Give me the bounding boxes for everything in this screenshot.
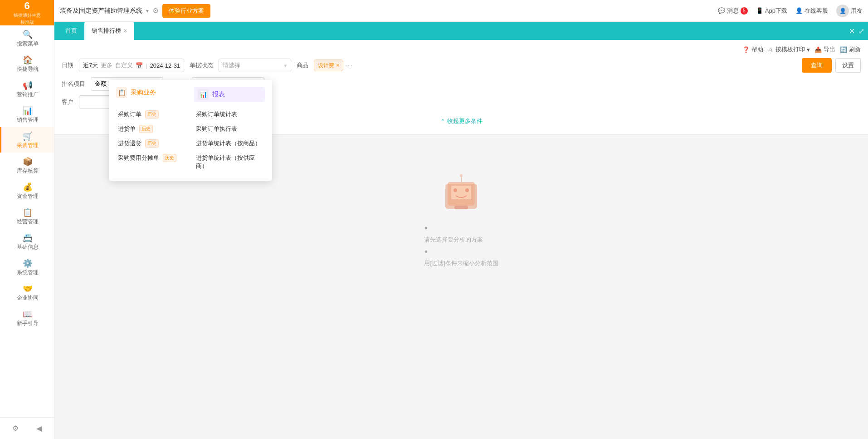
- print-btn[interactable]: 🖨 按模板打印 ▾: [768, 45, 810, 54]
- menu-item-purchase-order[interactable]: 采购订单 历史: [116, 107, 187, 122]
- voucher-status-select[interactable]: 请选择 ▾: [219, 59, 291, 72]
- menu-item-purchase-expense[interactable]: 采购费用分摊单 历史: [116, 151, 187, 165]
- help-btn[interactable]: ❓ 帮助: [742, 45, 763, 54]
- tab-close-icon[interactable]: ×: [124, 28, 127, 34]
- refresh-btn[interactable]: 🔄 刷新: [840, 45, 861, 54]
- industry-btn[interactable]: 体验行业方案: [162, 4, 210, 18]
- app-label: App下载: [765, 7, 787, 15]
- menu-item-order-exec[interactable]: 采购订单执行表: [194, 122, 265, 136]
- sidebar-item-operations[interactable]: 📋 经营管理: [0, 203, 54, 229]
- empty-svg: [434, 171, 488, 217]
- topbar-left: 装备及固定资产辅助管理系统 ▾ ⚙ 体验行业方案: [60, 4, 210, 18]
- date-range-input[interactable]: 近7天 更多 自定义 📅 | 2024-12-31: [79, 59, 184, 72]
- sidebar-item-marketing[interactable]: 📢 营销推广: [0, 76, 54, 102]
- sidebar-item-sales[interactable]: 📊 销售管理: [0, 102, 54, 127]
- app-download-btn[interactable]: 📱 App下载: [756, 7, 787, 15]
- goods-filter-area: 设计费 × ···: [314, 59, 353, 71]
- toolbar-row: ❓ 帮助 🖨 按模板打印 ▾ 📤 导出 🔄 刷新: [62, 45, 861, 54]
- sidebar-label-basicinfo: 基础信息: [17, 244, 39, 250]
- topbar-dropdown-arrow[interactable]: ▾: [146, 8, 149, 14]
- sidebar-item-quicknav[interactable]: 🏠 快捷导航: [0, 51, 54, 76]
- menu-item-purchase-return[interactable]: 进货退货 历史: [116, 136, 187, 151]
- rank-label: 排名项目: [62, 80, 85, 88]
- purchase-col-title: 采购业务: [131, 89, 156, 97]
- menu-item-order-stats[interactable]: 采购订单统计表: [194, 107, 265, 122]
- sidebar-item-search[interactable]: 🔍 搜索菜单: [0, 25, 54, 51]
- inbound-stats-goods-label: 进货单统计表（按商品）: [196, 139, 261, 148]
- date-separator: 更多: [101, 61, 112, 69]
- sidebar-item-finance[interactable]: 💰 资金管理: [0, 178, 54, 203]
- content-area: ❓ 帮助 🖨 按模板打印 ▾ 📤 导出 🔄 刷新: [54, 40, 868, 439]
- purchase-col: 📋 采购业务 采购订单 历史 进货单 历史 进货退货 历史: [116, 87, 187, 173]
- service-icon: 👤: [795, 7, 803, 14]
- sidebar-nav: 🔍 搜索菜单 🏠 快捷导航 📢 营销推广 📊 销售管理 🛒 采购管理 📦 库存核…: [0, 25, 54, 417]
- user-avatar: 👤: [836, 5, 849, 17]
- online-service-btn[interactable]: 👤 在线客服: [795, 7, 828, 15]
- order-exec-label: 采购订单执行表: [196, 125, 237, 133]
- sidebar-label-inventory: 库存核算: [17, 168, 39, 174]
- sidebar-item-system[interactable]: ⚙️ 系统管理: [0, 254, 54, 280]
- tab-home[interactable]: 首页: [58, 22, 84, 40]
- setting-btn[interactable]: 设置: [835, 58, 861, 73]
- logo-icon: 6: [24, 0, 29, 12]
- app-icon: 📱: [756, 7, 763, 14]
- finance-icon: 💰: [23, 182, 33, 192]
- date-divider: |: [146, 62, 147, 69]
- goods-more-dots[interactable]: ···: [345, 62, 353, 69]
- voucher-status-label: 单据状态: [190, 61, 213, 69]
- guide-icon: 📖: [23, 309, 33, 319]
- settings-footer-icon[interactable]: ⚙: [12, 424, 19, 433]
- export-btn[interactable]: 📤 导出: [814, 45, 835, 54]
- sidebar-label-quicknav: 快捷导航: [17, 66, 39, 72]
- menu-item-purchase-inbound[interactable]: 进货单 历史: [116, 122, 187, 136]
- sidebar-item-inventory[interactable]: 📦 库存核算: [0, 153, 54, 178]
- system-icon: ⚙️: [23, 258, 33, 268]
- menu-item-inbound-stats-goods[interactable]: 进货单统计表（按商品）: [194, 136, 265, 151]
- empty-hint-2: ● 用[过滤]条件来缩小分析范围: [424, 246, 498, 269]
- date-filter-label: 日期: [62, 61, 73, 69]
- sidebar-item-guide[interactable]: 📖 新手引导: [0, 305, 54, 330]
- tab-home-label: 首页: [65, 27, 77, 35]
- collapse-arrow-icon: ⌃: [440, 118, 445, 125]
- tab-restore-icon[interactable]: ✕: [849, 27, 855, 35]
- query-actions: 查询 设置: [802, 58, 861, 73]
- empty-text: ● 请先选择要分析的方案 ● 用[过滤]条件来缩小分析范围: [424, 222, 498, 269]
- tab-sales-ranking[interactable]: 销售排行榜 ×: [84, 22, 134, 40]
- date-end: 2024-12-31: [150, 62, 180, 69]
- empty-hint-1: ● 请先选择要分析的方案: [424, 222, 498, 246]
- menu-item-inbound-stats-supplier[interactable]: 进货单统计表（按供应商）: [194, 151, 265, 173]
- help-label: 帮助: [751, 45, 763, 54]
- voucher-status-arrow: ▾: [284, 62, 287, 69]
- sidebar-label-purchase: 采购管理: [17, 142, 39, 148]
- help-icon: ❓: [742, 46, 750, 53]
- sidebar-item-basicinfo[interactable]: 📇 基础信息: [0, 229, 54, 254]
- customer-label: 客户: [62, 98, 73, 106]
- purchase-col-icon: 📋: [116, 87, 127, 98]
- goods-tag: 设计费 ×: [314, 59, 343, 71]
- home-icon: 🏠: [23, 55, 33, 65]
- operations-icon: 📋: [23, 207, 33, 217]
- message-btn[interactable]: 💬 消息 5: [718, 7, 748, 15]
- message-badge: 5: [741, 7, 748, 15]
- calendar-icon: 📅: [136, 62, 143, 69]
- sidebar-label-sales: 销售管理: [17, 117, 39, 123]
- sidebar-item-purchase[interactable]: 🛒 采购管理: [0, 127, 54, 153]
- query-btn[interactable]: 查询: [802, 58, 832, 73]
- tab-maximize-icon[interactable]: ⤢: [858, 27, 864, 35]
- collapse-sidebar-icon[interactable]: ◀: [36, 424, 42, 433]
- dropdown-cols: 📋 采购业务 采购订单 历史 进货单 历史 进货退货 历史: [116, 87, 265, 173]
- sidebar-item-enterprise[interactable]: 🤝 企业协同: [0, 280, 54, 305]
- user-menu-btn[interactable]: 👤 用友: [836, 5, 863, 17]
- topbar-right: 💬 消息 5 📱 App下载 👤 在线客服 👤 用友: [718, 5, 863, 17]
- purchase-col-header: 📋 采购业务: [116, 87, 187, 102]
- inventory-icon: 📦: [23, 157, 33, 167]
- topbar-gear-icon[interactable]: ⚙: [152, 6, 159, 15]
- report-col-title: 报表: [212, 90, 225, 99]
- enterprise-icon: 🤝: [23, 284, 33, 294]
- goods-tag-remove[interactable]: ×: [336, 62, 339, 69]
- purchase-return-label: 进货退货: [118, 139, 141, 148]
- svg-point-7: [460, 174, 463, 177]
- print-label: 按模板打印: [775, 45, 805, 54]
- date-value: 近7天: [83, 61, 98, 69]
- system-title: 装备及固定资产辅助管理系统: [60, 7, 142, 15]
